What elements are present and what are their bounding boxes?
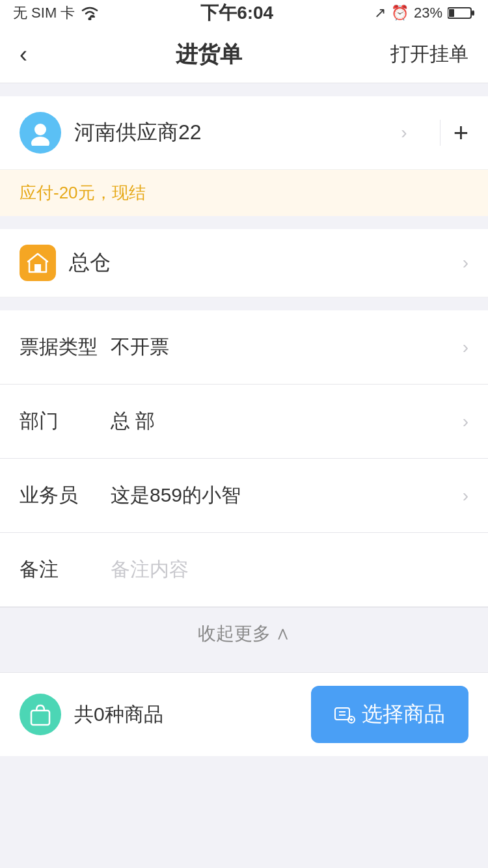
warehouse-section: 总仓 ›: [0, 229, 488, 297]
svg-point-4: [34, 124, 46, 135]
supplier-name: 河南供应商22: [74, 118, 401, 147]
svg-rect-8: [31, 711, 49, 725]
add-supplier-button[interactable]: +: [454, 118, 468, 148]
wifi-icon: [80, 6, 100, 20]
warehouse-row[interactable]: 总仓 ›: [0, 229, 488, 297]
status-bar: 无 SIM 卡 下午6:04 ↗ ⏰ 23%: [0, 0, 488, 26]
salesperson-value: 这是859的小智: [111, 482, 463, 509]
svg-rect-9: [335, 708, 349, 720]
svg-rect-3: [472, 10, 474, 16]
svg-rect-2: [449, 9, 454, 17]
supplier-chevron-icon: ›: [401, 122, 407, 143]
svg-rect-7: [34, 264, 41, 272]
status-right: ↗ ⏰ 23%: [374, 5, 475, 21]
svg-point-5: [31, 137, 49, 146]
department-chevron-icon: ›: [463, 411, 468, 432]
svg-point-0: [88, 18, 92, 21]
collapse-toggle[interactable]: 收起更多 ∧: [0, 607, 488, 659]
select-product-label: 选择商品: [362, 700, 445, 729]
select-product-button[interactable]: 选择商品: [311, 686, 468, 743]
section-gap-1: [0, 83, 488, 96]
status-time: 下午6:04: [200, 1, 273, 25]
supplier-avatar: [20, 112, 61, 154]
battery-text: 23%: [414, 5, 442, 21]
no-sim-text: 无 SIM 卡: [13, 3, 75, 23]
alarm-icon: ⏰: [391, 5, 409, 21]
department-label: 部门: [20, 408, 98, 435]
section-gap-4: [0, 659, 488, 672]
nav-bar: ‹ 进货单 打开挂单: [0, 26, 488, 83]
open-pending-button[interactable]: 打开挂单: [390, 41, 468, 68]
page-title: 进货单: [176, 40, 242, 70]
invoice-type-chevron-icon: ›: [463, 337, 468, 358]
divider: [440, 120, 441, 146]
bottom-action-bar: 共0种商品 选择商品: [0, 672, 488, 756]
form-section: 票据类型 不开票 › 部门 总 部 › 业务员 这是859的小智 › 备注 备注…: [0, 310, 488, 607]
warehouse-icon: [20, 245, 56, 281]
supplier-row[interactable]: 河南供应商22 › +: [0, 96, 488, 170]
person-icon: [27, 120, 53, 146]
back-button[interactable]: ‹: [20, 41, 27, 68]
department-row[interactable]: 部门 总 部 ›: [0, 385, 488, 459]
warehouse-name: 总仓: [69, 249, 463, 277]
status-left: 无 SIM 卡: [13, 3, 100, 23]
battery-icon: [448, 6, 475, 20]
warehouse-chevron-icon: ›: [463, 252, 468, 273]
remark-row[interactable]: 备注 备注内容: [0, 533, 488, 607]
invoice-type-value: 不开票: [111, 334, 463, 360]
select-product-icon: [334, 705, 355, 724]
section-gap-3: [0, 297, 488, 310]
salesperson-row[interactable]: 业务员 这是859的小智 ›: [0, 459, 488, 533]
location-icon: ↗: [374, 5, 386, 21]
invoice-type-row[interactable]: 票据类型 不开票 ›: [0, 310, 488, 385]
remark-input[interactable]: 备注内容: [111, 556, 468, 583]
salesperson-label: 业务员: [20, 482, 98, 509]
section-gap-2: [0, 216, 488, 229]
salesperson-chevron-icon: ›: [463, 485, 468, 506]
product-count-text: 共0种商品: [74, 701, 311, 728]
page-background: [0, 756, 488, 868]
bag-icon: [29, 703, 52, 726]
alert-banner: 应付-20元，现结: [0, 170, 488, 216]
remark-label: 备注: [20, 556, 98, 583]
house-icon: [27, 252, 49, 273]
department-value: 总 部: [111, 408, 463, 435]
product-icon: [20, 694, 61, 735]
supplier-section: 河南供应商22 › + 应付-20元，现结: [0, 96, 488, 216]
invoice-type-label: 票据类型: [20, 334, 98, 360]
